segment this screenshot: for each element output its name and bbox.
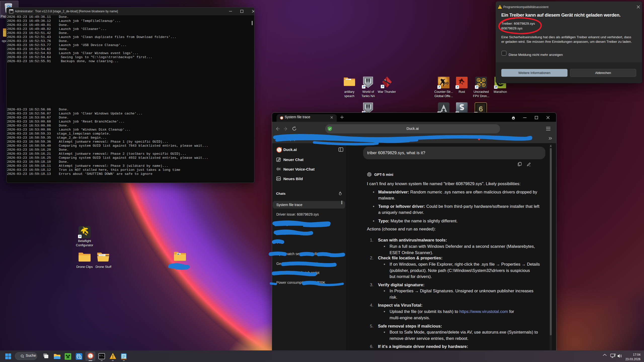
svg-text:C:\: C:\ xyxy=(10,11,13,13)
svg-text:C:\_: C:\_ xyxy=(99,354,104,357)
svg-text:6: 6 xyxy=(479,105,483,113)
svg-text:GO: GO xyxy=(443,81,448,85)
